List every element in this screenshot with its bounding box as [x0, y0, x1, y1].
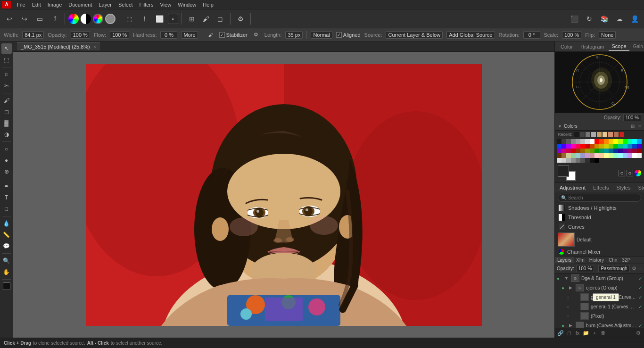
color-swatch-26[interactable] — [594, 144, 599, 149]
color-opacity-value[interactable]: 100 % — [623, 114, 641, 121]
more-dropdown[interactable]: More — [181, 31, 198, 39]
add-global-btn[interactable]: Add Global Source — [446, 31, 495, 39]
color-swatch-6[interactable] — [585, 139, 590, 144]
color-swatch-70[interactable] — [632, 153, 637, 158]
adjustment-tab[interactable]: Adjustment — [557, 184, 588, 191]
color-swatch-76[interactable] — [576, 158, 580, 163]
styles-tab[interactable]: Styles — [613, 184, 633, 191]
annotation-tool[interactable]: 💬 — [1, 241, 12, 251]
blend-mode-select[interactable]: Passthrough — [598, 265, 629, 272]
layers-options-button[interactable]: ⚙ — [632, 265, 636, 272]
color-swatch-79[interactable] — [590, 158, 594, 163]
burn-tool[interactable]: ● — [1, 155, 12, 166]
layer-visibility-general-1[interactable]: ○ — [566, 304, 572, 309]
canvas-active-tab[interactable]: _MG_3515 [Modified] (25.8%) × — [17, 42, 100, 50]
color-swatch-10[interactable] — [604, 139, 609, 144]
color-swatch-52[interactable] — [632, 149, 637, 153]
layer-group-button[interactable]: 📁 — [582, 329, 590, 337]
layers-menu-button[interactable]: ≡ — [639, 266, 642, 272]
xfm-tab[interactable]: Xfm — [574, 257, 587, 264]
measure-tool[interactable]: 📏 — [1, 230, 12, 240]
color-swatch-20[interactable] — [566, 144, 571, 149]
color-swatch-37[interactable] — [561, 149, 566, 153]
brush-icon-sm[interactable]: 🖌 — [206, 30, 215, 40]
color-swatch-24[interactable] — [585, 144, 590, 149]
color-swatch-23[interactable] — [580, 144, 585, 149]
color-swatch-35[interactable] — [637, 144, 642, 149]
color-swatch-46[interactable] — [604, 149, 609, 153]
scope-tab[interactable]: Scope — [609, 42, 629, 51]
color-mode-btn[interactable]: C — [619, 170, 625, 176]
color-swatch-33[interactable] — [627, 144, 632, 149]
menu-layer[interactable]: Layer — [96, 1, 115, 8]
dodge-tool[interactable]: ○ — [1, 144, 12, 154]
foreground-color-swatch[interactable] — [558, 166, 569, 177]
undo-button[interactable]: ↩ — [3, 12, 16, 25]
recent-swatch-8[interactable] — [614, 132, 619, 137]
color-swatch-12[interactable] — [613, 139, 618, 144]
color-panel-header[interactable]: ▼ Colors ⊞ ≡ — [555, 122, 644, 131]
32p-tab[interactable]: 32P — [619, 257, 633, 264]
layer-burn[interactable]: ● ▶ burn (Curves Adjustment) ✓ — [560, 321, 644, 328]
color-swatch-21[interactable] — [571, 144, 576, 149]
gradient-tool[interactable]: ◑ — [1, 129, 12, 140]
layer-check-general-1[interactable]: ✓ — [638, 304, 642, 309]
color-swatch-49[interactable] — [618, 149, 623, 153]
color-swatch-15[interactable] — [627, 139, 632, 144]
layer-check-burn[interactable]: ✓ — [638, 323, 642, 328]
color-swatch-75[interactable] — [571, 158, 576, 163]
effects-tab[interactable]: Effects — [590, 184, 611, 191]
layers-opacity-value[interactable]: 100 % — [576, 265, 594, 272]
layer-mask-button[interactable]: ◻ — [565, 329, 573, 337]
stock-tab[interactable]: Stock — [635, 184, 644, 191]
recent-swatch-5[interactable] — [597, 132, 602, 137]
color-swatch-69[interactable] — [627, 153, 632, 158]
color-swatch-62[interactable] — [594, 153, 599, 158]
color-swatch-34[interactable] — [632, 144, 637, 149]
layer-dge-burn[interactable]: ● ▼ G Dge & Burn (Group) ✓ — [555, 273, 644, 283]
color-swatch-55[interactable] — [561, 153, 566, 158]
curves-item[interactable]: Curves — [555, 222, 644, 232]
color-swatch-11[interactable] — [609, 139, 613, 144]
color-swatch-40[interactable] — [576, 149, 580, 153]
color-swatch-31[interactable] — [618, 144, 623, 149]
color-swatch-65[interactable] — [609, 153, 613, 158]
threshold-item[interactable]: Threshold — [555, 213, 644, 222]
layer-check-ojeiros[interactable]: ✓ — [638, 285, 642, 290]
aligned-check-box[interactable] — [336, 32, 342, 38]
color-ring-icon[interactable] — [93, 14, 103, 24]
grid-icon[interactable]: ⊞ — [185, 12, 198, 25]
color-swatch-42[interactable] — [585, 149, 590, 153]
menu-view[interactable]: View — [157, 1, 174, 8]
fg-bg-selector[interactable] — [558, 166, 576, 181]
recent-swatch-6[interactable] — [603, 132, 607, 137]
rotation-value[interactable]: 0 ° — [523, 31, 540, 39]
color-swatch-22[interactable] — [576, 144, 580, 149]
layer-link-button[interactable]: 🔗 — [557, 329, 564, 337]
chn-tab[interactable]: Chn — [606, 257, 619, 264]
scale-value[interactable]: 100 % — [562, 31, 581, 39]
shape-tool[interactable]: □ — [1, 204, 12, 214]
layer-visibility-ojeiros[interactable]: ● — [561, 285, 567, 290]
hand-tool[interactable]: ✋ — [1, 267, 12, 277]
layers-tab[interactable]: Layers — [555, 257, 574, 264]
color-swatch-39[interactable] — [571, 149, 576, 153]
layer-check-dge-burn[interactable]: ✓ — [638, 276, 642, 281]
stabilizer-checkbox[interactable]: Stabilizer — [219, 32, 248, 38]
menu-window[interactable]: Window — [175, 1, 199, 8]
layer-ojeiros[interactable]: ● ▶ G ojeiros (Group) ✓ — [560, 283, 644, 292]
layer-visibility-burn[interactable]: ● — [561, 323, 567, 328]
zoom-tool[interactable]: 🔍 — [1, 256, 12, 266]
sponge-tool[interactable]: ⊕ — [1, 166, 12, 177]
menu-file[interactable]: File — [14, 1, 28, 8]
hue-wheel-btn[interactable] — [635, 170, 641, 176]
stabilizer-check-box[interactable] — [219, 32, 225, 38]
layer-check-general-dge[interactable]: ✓ — [638, 295, 642, 300]
color-swatch-0[interactable] — [557, 139, 561, 144]
redo-button[interactable]: ↪ — [18, 12, 31, 25]
flip-dropdown[interactable]: None — [599, 31, 616, 39]
canvas-viewport[interactable] — [13, 52, 554, 338]
color-swatch-25[interactable] — [590, 144, 594, 149]
color-swatch-64[interactable] — [604, 153, 609, 158]
move-tool[interactable]: ↖ — [1, 43, 12, 54]
